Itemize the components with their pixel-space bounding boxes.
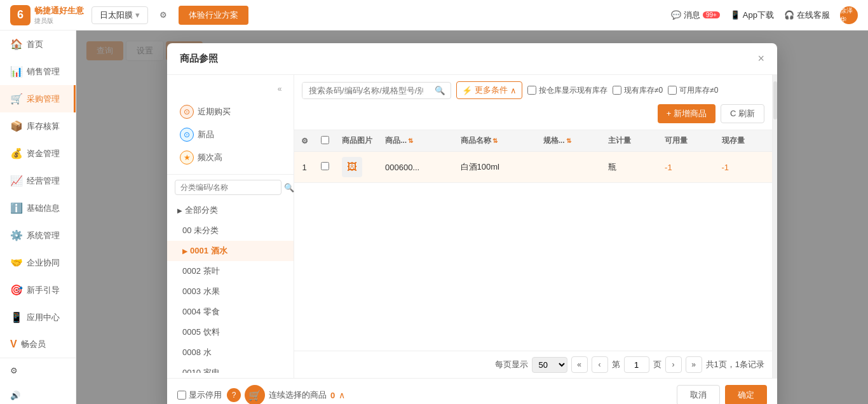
confirm-button[interactable]: 确定 xyxy=(725,385,767,404)
col-image: 商品图片 xyxy=(336,130,379,152)
sidebar-item-basic-info[interactable]: ℹ️ 基础信息 xyxy=(0,194,76,222)
product-thumbnail: 🖼 xyxy=(342,157,362,177)
sidebar-item-home[interactable]: 🏠 首页 xyxy=(0,30,76,58)
next-page-button[interactable]: › xyxy=(665,356,682,373)
table-row[interactable]: 1 🖼 xyxy=(294,152,772,183)
modal-body: « ⊙ 近期购买 ⊙ 新品 ★ xyxy=(167,75,777,378)
settings-button[interactable]: ⚙ xyxy=(153,5,173,25)
first-page-button[interactable]: « xyxy=(571,356,588,373)
modal-title: 商品参照 xyxy=(180,53,218,65)
filter-new[interactable]: ⊙ 新品 xyxy=(172,123,288,146)
row-code: 000600... xyxy=(379,152,454,183)
sidebar: 🏠 首页 📊 销售管理 🛒 采购管理 📦 库存核算 💰 资金管理 📈 经营管理 … xyxy=(0,30,76,404)
message-icon: 💬 xyxy=(671,10,681,20)
online-service-button[interactable]: 🎧 在线客服 xyxy=(784,10,830,21)
category-appliance[interactable]: 0010 家电 xyxy=(167,363,294,373)
table-settings-icon[interactable]: ⚙ xyxy=(301,137,308,145)
category-tea[interactable]: 0002 茶叶 xyxy=(167,261,294,281)
trial-button[interactable]: 体验行业方案 xyxy=(179,6,248,25)
category-uncategorized[interactable]: 00 未分类 xyxy=(167,220,294,241)
select-all-checkbox[interactable] xyxy=(321,136,329,144)
operations-icon: 📈 xyxy=(10,175,23,187)
sidebar-item-sales[interactable]: 📊 销售管理 xyxy=(0,58,76,85)
sidebar-item-member[interactable]: V 畅会员 xyxy=(0,331,76,358)
category-search-icon[interactable]: 🔍 xyxy=(284,183,294,192)
footer-left: ? 🛒 连续选择的商品 0 ∧ xyxy=(227,385,345,404)
panel-collapse-button[interactable]: « xyxy=(273,83,286,95)
filter-frequent[interactable]: ★ 频次高 xyxy=(172,146,288,169)
sidebar-item-volume[interactable]: 🔊 xyxy=(0,383,76,404)
page-label: 页 xyxy=(653,359,661,370)
system-icon: ⚙️ xyxy=(10,229,23,241)
category-fruit[interactable]: 0003 水果 xyxy=(167,281,294,302)
col-code[interactable]: 商品...⇅ xyxy=(379,130,454,152)
per-page-select[interactable]: 50 100 200 xyxy=(532,357,567,373)
category-water[interactable]: 0008 水 xyxy=(167,342,294,363)
category-wine[interactable]: ▶ 0001 酒水 xyxy=(167,241,294,261)
sidebar-item-apps[interactable]: 📱 应用中心 xyxy=(0,304,76,331)
last-page-button[interactable]: » xyxy=(686,356,702,373)
info-icon: ℹ️ xyxy=(10,202,23,214)
more-filters-button[interactable]: ⚡ 更多条件 ∧ xyxy=(456,81,522,99)
app-download-button[interactable]: 📱 App下载 xyxy=(730,10,774,21)
modal-footer: 显示停用 ? 🛒 连续选择的商品 0 ∧ 取消 确定 xyxy=(167,378,777,404)
per-page-label: 每页显示 xyxy=(495,359,528,370)
cancel-button[interactable]: 取消 xyxy=(677,385,720,404)
filter-icon: ⚡ xyxy=(462,86,472,95)
cart-button[interactable]: 🛒 xyxy=(245,385,265,404)
col-name[interactable]: 商品名称⇅ xyxy=(454,130,537,152)
apps-icon: 📱 xyxy=(10,311,23,323)
category-drink[interactable]: 0005 饮料 xyxy=(167,322,294,342)
logo-icon: 6 xyxy=(10,5,31,25)
refresh-button[interactable]: C 刷新 xyxy=(721,104,764,123)
checkbox-nonzero-available[interactable]: 可用库存≠0 xyxy=(668,85,718,96)
modal-overlay: 商品参照 × « ⊙ 近期购买 xyxy=(76,30,868,404)
modal-close-button[interactable]: × xyxy=(757,52,764,65)
category-all[interactable]: ▶ 全部分类 xyxy=(167,200,294,220)
category-search-input[interactable] xyxy=(175,180,281,195)
scrollbar-thumb[interactable] xyxy=(773,81,777,119)
total-label: 共1页，1条记录 xyxy=(706,359,764,370)
sidebar-item-enterprise[interactable]: 🤝 企业协同 xyxy=(0,249,76,276)
prev-page-button[interactable]: ‹ xyxy=(592,356,608,373)
row-checkbox[interactable] xyxy=(321,162,329,170)
scrollbar[interactable] xyxy=(772,75,777,378)
col-spec[interactable]: 规格...⇅ xyxy=(537,130,602,152)
col-unit[interactable]: 主计量 xyxy=(602,130,658,152)
table-header-row: ⚙ 商品图片 xyxy=(294,130,772,152)
new-icon: ⊙ xyxy=(180,128,194,142)
product-search-input[interactable] xyxy=(302,83,430,98)
headset-icon: 🎧 xyxy=(784,10,794,20)
disabled-checkbox[interactable] xyxy=(177,391,186,400)
sidebar-item-finance[interactable]: 💰 资金管理 xyxy=(0,140,76,167)
category-tree: ▶ 全部分类 00 未分类 ▶ 0001 酒水 0002 茶 xyxy=(167,198,294,373)
product-search-button[interactable]: 🔍 xyxy=(430,83,451,98)
sidebar-item-settings-bottom[interactable]: ⚙ xyxy=(0,358,76,383)
row-stock: -1 xyxy=(715,152,772,183)
topbar-center: 日太阳膜 ▾ ⚙ 体验行业方案 xyxy=(92,5,663,25)
footer-collapse-button[interactable]: ∧ xyxy=(339,390,345,400)
page-number-input[interactable] xyxy=(624,356,649,373)
sidebar-item-guide[interactable]: 🎯 新手引导 xyxy=(0,276,76,304)
checkbox-nonzero-stock[interactable]: 现有库存≠0 xyxy=(613,85,663,96)
sidebar-item-operations[interactable]: 📈 经营管理 xyxy=(0,167,76,194)
selected-text: 连续选择的商品 xyxy=(269,389,327,401)
arrow-icon: ▶ xyxy=(177,207,182,214)
store-selector[interactable]: 日太阳膜 ▾ xyxy=(92,6,148,24)
quick-filters: ⊙ 近期购买 ⊙ 新品 ★ 频次高 xyxy=(167,98,294,172)
filter-recent[interactable]: ⊙ 近期购买 xyxy=(172,100,288,123)
purchase-icon: 🛒 xyxy=(10,93,23,105)
messages-button[interactable]: 💬 消息 99+ xyxy=(671,10,720,21)
display-disabled-checkbox[interactable]: 显示停用 xyxy=(177,389,222,401)
product-search-bar: 🔍 xyxy=(302,82,451,99)
help-icon[interactable]: ? xyxy=(227,388,241,402)
category-snack[interactable]: 0004 零食 xyxy=(167,302,294,322)
sidebar-item-inventory[interactable]: 📦 库存核算 xyxy=(0,112,76,140)
sidebar-item-system[interactable]: ⚙️ 系统管理 xyxy=(0,222,76,249)
sidebar-item-purchase[interactable]: 🛒 采购管理 xyxy=(0,85,76,112)
pagination: 每页显示 50 100 200 « ‹ 第 页 › xyxy=(294,351,772,378)
add-product-button[interactable]: + 新增商品 xyxy=(658,104,715,123)
user-menu[interactable]: 徐泽华 xyxy=(840,6,858,24)
right-panel: 🔍 ⚡ 更多条件 ∧ 按仓库显示现有库存 xyxy=(294,75,772,378)
checkbox-show-inventory[interactable]: 按仓库显示现有库存 xyxy=(527,85,607,96)
